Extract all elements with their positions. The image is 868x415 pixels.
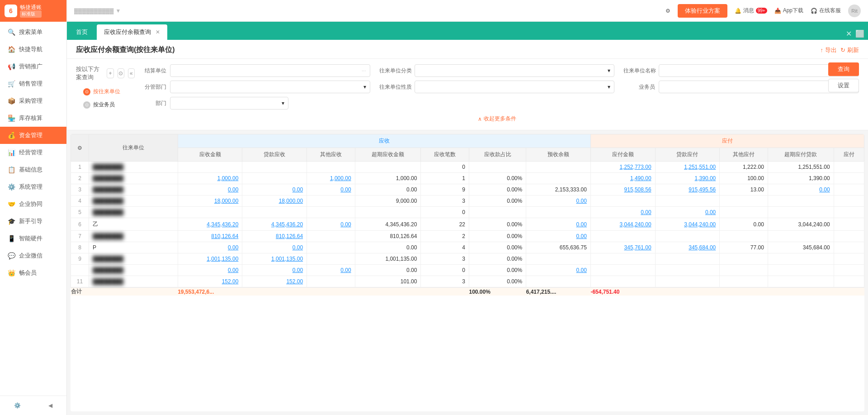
unit-nature-input[interactable]: ▾ [415,81,615,93]
sidebar-item-inventory[interactable]: 🏪 库存核算 [0,110,66,127]
filter-row-2: 分管部门 ▾ 往来单位性质 ▾ [135,81,859,93]
smart-hw-icon: 📱 [7,234,15,243]
settlement-unit-input[interactable]: ··· [170,64,370,77]
header-settings-btn[interactable]: ⚙ [665,8,670,14]
promo-btn[interactable]: 体验行业方案 [678,4,727,18]
app-download-btn[interactable]: 📥 App下载 [774,7,803,14]
row-prepay: 0.00 [526,196,591,207]
filter-expand-btn[interactable]: « [128,68,135,78]
sidebar-item-finance[interactable]: 💰 资金管理 [0,127,66,144]
tab-close-icon[interactable]: ✕ [156,29,160,35]
row-overdue-ap [768,265,834,276]
system-icon: ⚙️ [7,183,15,191]
overdue-ap-header: 超期应付贷款 [768,148,834,162]
export-btn[interactable]: ↑ 导出 [821,46,837,54]
sidebar-item-quick-nav[interactable]: 🏠 快捷导航 [0,41,66,58]
guide-icon: 🎓 [7,217,15,225]
sidebar-item-guide[interactable]: 🎓 新手引导 [0,213,66,230]
row-unit: ████████ [89,265,178,276]
tab-ar-ap[interactable]: 应收应付余额查询 ✕ [97,24,167,40]
operation-icon: 📊 [7,148,15,157]
dept-manage-input[interactable]: ▾ [170,81,370,93]
row-other-ap [720,231,768,242]
scheme-by-staff[interactable]: ⊙ 按业务员 [80,99,135,110]
online-service-btn[interactable]: 🎧 在线客服 [811,7,841,14]
row-no: 11 [71,276,89,288]
table-wrapper[interactable]: ⚙ 往来单位 应收 应付 应收金额 贷款应收 其他应收 超期应收金额 应收笔数 [71,134,864,411]
filter-field-dept: 部门 ▾ [135,97,288,110]
row-other-ap: 13.00 [720,184,768,196]
row-loan-ap: 3,044,240.00 [655,218,720,231]
sidebar-item-system[interactable]: ⚙️ 系统管理 [0,178,66,196]
row-prepay [526,162,591,173]
sidebar-settings-btn[interactable]: ⚙️ [10,400,24,411]
maximize-window-btn[interactable]: ⬜ [855,29,864,38]
unit-category-input[interactable]: ▾ [415,64,615,77]
row-ar-ratio [469,207,526,218]
ap-amount-header: 应付金额 [590,148,655,162]
table-area: ⚙ 往来单位 应收 应付 应收金额 贷款应收 其他应收 超期应收金额 应收笔数 [71,134,864,411]
other-ar-header: 其他应收 [307,148,355,162]
total-ap-amount: -654,751.40 [590,287,655,296]
row-ar-ratio: 0.00% [469,196,526,207]
filter-target-btn[interactable]: ⊙ [118,68,124,78]
sidebar-item-basic-info[interactable]: 📋 基础信息 [0,161,66,178]
row-ap-amount [590,253,655,265]
table-row: 6 乙 4,345,436.20 4,345,436.20 0.00 4,345… [71,218,864,231]
dept-input[interactable]: ▾ [170,97,288,110]
page-header: 应收应付余额查询(按往来单位) ↑ 导出 ↻ 刷新 [67,40,868,59]
sidebar-item-weixin[interactable]: 💬 企业微信 [0,247,66,264]
row-other-ar [307,162,355,173]
settings-col-header[interactable]: ⚙ [71,134,89,162]
filter-add-btn[interactable]: + [107,68,113,78]
sidebar-item-operation[interactable]: 📊 经营管理 [0,144,66,161]
basic-info-icon: 📋 [7,166,15,174]
scheme-by-unit[interactable]: ⊙ 按往来单位 [80,86,135,97]
row-no: 7 [71,231,89,242]
table-row: 3 ████████ 0.00 0.00 0.00 0.00 9 0.00% 2… [71,184,864,196]
user-avatar[interactable]: Rit [848,5,861,17]
sidebar-item-smart-hw[interactable]: 📱 智能硬件 [0,230,66,247]
query-btn[interactable]: 查询 [828,62,859,76]
refresh-btn[interactable]: ↻ 刷新 [840,46,859,54]
row-ap-x [834,253,864,265]
total-ap-x [834,287,864,296]
tab-home[interactable]: 首页 [69,24,95,40]
row-prepay [526,173,591,184]
inventory-icon: 🏪 [7,114,15,122]
row-loan-ap: 0.00 [655,207,720,218]
row-ap-x [834,196,864,207]
filter-collapse-btn[interactable]: ∧ 收起更多条件 [135,113,859,124]
sidebar-item-search-menu[interactable]: 🔍 搜索菜单 [0,24,66,41]
row-other-ap: 100.00 [720,173,768,184]
bell-icon: 🔔 [735,8,741,14]
sidebar-item-corp-collab[interactable]: 🤝 企业协同 [0,196,66,213]
sidebar-item-member[interactable]: 👑 畅会员 [0,264,66,281]
filter-top: 按以下方案查询 + ⊙ « [76,65,135,81]
unit-name-label: 往来单位名称 [623,67,655,75]
sidebar-item-sales[interactable]: 🛒 销售管理 [0,75,66,92]
corp-collab-icon: 🤝 [7,200,15,208]
table-row: 8 P 0.00 0.00 0.00 4 0.00% 655,636.75 34… [71,242,864,253]
dept-label: 部门 [135,100,166,107]
notice-btn[interactable]: 🔔 消息 99+ [735,7,767,14]
unit-category-label: 往来单位分类 [379,67,411,75]
total-ar-ratio: 100.00% [469,287,526,296]
filter-area: 按以下方案查询 + ⊙ « ⊙ 按往来单位 ⊙ 按业务员 [67,59,868,130]
table-footer: 合计 19,553,472,6... 100.00% 6,417,215....… [71,287,864,296]
refresh-icon: ↻ [840,47,845,53]
close-window-btn[interactable]: ✕ [846,29,852,38]
row-ar-ratio: 0.00% [469,184,526,196]
row-overdue-ar: 0.00 [355,265,421,276]
settings-btn[interactable]: 设置 [828,79,859,92]
sidebar-item-marketing[interactable]: 📢 营销推广 [0,58,66,75]
row-overdue-ap [768,253,834,265]
table-row: 4 ████████ 18,000.00 18,000.00 9,000.00 … [71,196,864,207]
table-row: 7 ████████ 810,126.64 810,126.64 810,126… [71,231,864,242]
sidebar-collapse-btn[interactable]: ◀ [45,400,56,411]
row-other-ap [720,196,768,207]
query-buttons: 查询 设置 [828,62,859,92]
sidebar-item-purchase[interactable]: 📦 采购管理 [0,92,66,110]
row-ar-ratio: 0.00% [469,173,526,184]
app-logo: 6 畅捷通账 标准版 [0,0,66,22]
